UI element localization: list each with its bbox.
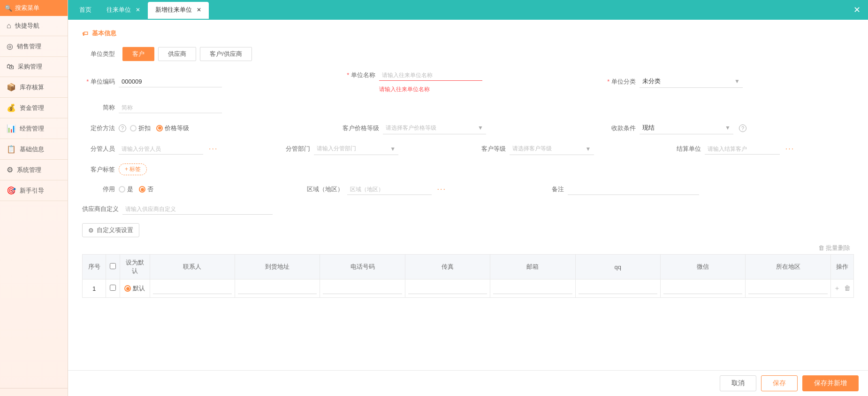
wechat-input[interactable] — [663, 283, 742, 294]
tab-new-partner[interactable]: 新增往来单位✕ — [148, 2, 209, 19]
delete-row-button[interactable]: 🗑 — [844, 284, 851, 293]
region-group: 区域（地区） ··· — [307, 184, 522, 195]
table-row: 1 默认 — [83, 280, 854, 298]
tab-home[interactable]: 首页 — [72, 2, 99, 18]
save-button[interactable]: 保存 — [761, 375, 798, 391]
search-menu-button[interactable]: 🔍 搜索菜单 — [0, 0, 68, 16]
sidebar-bottom — [0, 388, 68, 396]
phone-input[interactable] — [323, 283, 402, 294]
row-select-checkbox[interactable] — [110, 285, 116, 291]
manager-input[interactable] — [119, 143, 203, 155]
category-value: 未分类 — [642, 77, 734, 85]
col-checkbox[interactable] — [106, 255, 120, 280]
row-default-radio[interactable]: 默认 — [123, 284, 147, 293]
sidebar-item-sales[interactable]: ◎销售管理 — [0, 36, 68, 57]
customer-price-level-select[interactable]: 请选择客户价格等级 ▼ — [383, 122, 486, 134]
region-input[interactable] — [347, 184, 432, 195]
code-input[interactable] — [119, 76, 222, 87]
tag-group: 客户标签 + 标签 — [82, 163, 854, 175]
select-all-checkbox[interactable] — [110, 263, 116, 269]
remark-input[interactable] — [568, 184, 699, 195]
contact-input[interactable] — [153, 283, 232, 294]
payment-terms-select[interactable]: 现结 ▼ — [640, 122, 733, 134]
abbr-input[interactable] — [119, 102, 222, 113]
discount-radio[interactable]: 折扣 — [130, 124, 151, 132]
unit-type-both-button[interactable]: 客户/供应商 — [200, 47, 252, 61]
row-email[interactable] — [490, 280, 575, 298]
settlement-more-button[interactable]: ··· — [784, 145, 796, 153]
tab-bar-close-button[interactable]: ✕ — [850, 3, 864, 17]
supplier-custom-row: 供应商自定义 — [82, 203, 854, 215]
customer-price-level-placeholder: 请选择客户价格等级 — [386, 124, 478, 132]
tab-close-new-partner[interactable]: ✕ — [197, 7, 201, 13]
row-address[interactable] — [235, 280, 320, 298]
dept-group: 分管部门 请输入分管部门 ▼ — [277, 143, 463, 155]
price-level-radio-circle — [156, 125, 163, 132]
sidebar-item-system[interactable]: ⚙系统管理 — [0, 160, 68, 180]
dept-label: 分管部门 — [277, 145, 310, 153]
pricing-help-icon[interactable]: ? — [119, 124, 126, 132]
batch-delete-label: 批量删除 — [826, 244, 850, 251]
abbr-label: 简称 — [82, 103, 115, 112]
row-region-input[interactable] — [748, 283, 827, 294]
row-qq[interactable] — [575, 280, 661, 298]
sidebar-item-quick-nav[interactable]: ⌂快捷导航 — [0, 16, 68, 36]
pricing-method-label: 定价方法 — [82, 124, 115, 132]
unit-type-customer-button[interactable]: 客户 — [122, 47, 154, 61]
section-title-icon: 🏷 — [82, 30, 88, 37]
disable-no-radio[interactable]: 否 — [139, 185, 153, 194]
row-phone[interactable] — [320, 280, 405, 298]
batch-delete-button[interactable]: 🗑 批量删除 — [82, 242, 854, 254]
sidebar-finance-icon: 💰 — [7, 103, 16, 112]
sidebar-item-basic[interactable]: 📋基础信息 — [0, 139, 68, 160]
tab-close-partners[interactable]: ✕ — [136, 7, 140, 13]
sidebar-item-label: 系统管理 — [17, 166, 41, 174]
tab-partners[interactable]: 往来单位✕ — [99, 2, 148, 18]
manager-row: 分管人员 ··· 分管部门 请输入分管部门 ▼ 客户等级 请选择客户等级 ▼ 结… — [82, 143, 854, 155]
customer-level-group: 客户等级 请选择客户等级 ▼ — [473, 143, 659, 155]
qq-input[interactable] — [579, 283, 658, 294]
settlement-unit-input[interactable] — [705, 143, 780, 155]
unit-type-label: 单位类型 — [82, 50, 115, 58]
row-fax[interactable] — [405, 280, 490, 298]
sidebar-item-purchase[interactable]: 🛍采购管理 — [0, 57, 68, 77]
cancel-button[interactable]: 取消 — [720, 375, 756, 391]
address-input[interactable] — [238, 283, 317, 294]
abbr-field-group: 简称 — [82, 102, 854, 113]
manager-more-button[interactable]: ··· — [207, 145, 220, 153]
row-contact[interactable] — [150, 280, 235, 298]
customer-level-select[interactable]: 请选择客户等级 ▼ — [510, 143, 594, 155]
col-qq: qq — [575, 255, 661, 280]
col-contact: 联系人 — [150, 255, 235, 280]
sidebar-item-finance[interactable]: 💰资金管理 — [0, 98, 68, 118]
region-more-button[interactable]: ··· — [435, 185, 448, 194]
row-wechat[interactable] — [661, 280, 746, 298]
add-row-button[interactable]: ＋ — [834, 284, 840, 293]
payment-terms-help-icon[interactable]: ? — [739, 124, 746, 132]
disable-radio-group: 是 否 — [119, 185, 153, 194]
name-input[interactable] — [379, 70, 482, 81]
add-tag-button[interactable]: + 标签 — [119, 163, 147, 175]
price-level-radio[interactable]: 价格等级 — [156, 124, 189, 132]
abbr-row: 简称 — [82, 102, 854, 113]
supplier-custom-input[interactable] — [122, 203, 273, 215]
dept-select[interactable]: 请输入分管部门 ▼ — [314, 143, 398, 155]
custom-settings-button[interactable]: ⚙ 自定义项设置 — [82, 223, 139, 237]
row-checkbox[interactable] — [106, 280, 120, 298]
remark-group: 备注 — [531, 184, 854, 195]
dept-placeholder: 请输入分管部门 — [317, 145, 390, 153]
disable-no-label: 否 — [147, 185, 153, 194]
email-input[interactable] — [493, 283, 572, 294]
sidebar-item-guide[interactable]: 🎯新手引导 — [0, 180, 68, 201]
category-select[interactable]: 未分类 ▼ — [640, 75, 743, 88]
row-actions: ＋ 🗑 — [834, 284, 851, 293]
sidebar-item-operations[interactable]: 📊经营管理 — [0, 118, 68, 139]
save-and-new-button[interactable]: 保存并新增 — [802, 375, 859, 391]
sidebar-basic-icon: 📋 — [7, 145, 16, 154]
row-region[interactable] — [746, 280, 830, 298]
fax-input[interactable] — [408, 283, 487, 294]
sidebar-guide-icon: 🎯 — [7, 186, 16, 195]
disable-yes-radio[interactable]: 是 — [119, 185, 133, 194]
sidebar-item-inventory[interactable]: 📦库存核算 — [0, 77, 68, 98]
unit-type-supplier-button[interactable]: 供应商 — [158, 47, 196, 61]
